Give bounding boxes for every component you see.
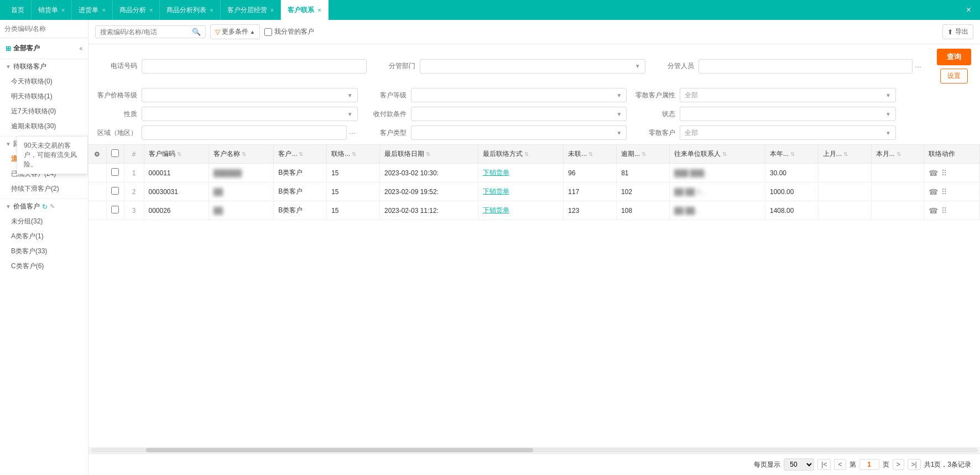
- tab-customer-tier[interactable]: 客户分层经营 ×: [221, 0, 281, 20]
- filter-retail-attr-select[interactable]: 全部 ▼: [680, 88, 896, 102]
- col-this-year[interactable]: 本年... ⇅: [765, 145, 818, 164]
- filter-price-grade-select[interactable]: ▼: [142, 88, 358, 102]
- prev-page-button[interactable]: <: [834, 459, 846, 470]
- close-icon[interactable]: ×: [317, 7, 321, 13]
- row-checkbox[interactable]: [111, 206, 119, 213]
- setting-button[interactable]: 设置: [940, 69, 968, 83]
- scrollbar-track[interactable]: [91, 448, 978, 452]
- sidebar-search-bar[interactable]: 🔍: [0, 20, 88, 38]
- row-checkbox[interactable]: [111, 187, 119, 195]
- filter-dept-select[interactable]: ▼: [420, 59, 645, 74]
- col-gear[interactable]: ⚙: [88, 145, 106, 164]
- first-page-button[interactable]: |<: [817, 459, 831, 470]
- sidebar-section-pending[interactable]: ▼ 待联络客户: [0, 59, 88, 74]
- close-icon[interactable]: ×: [270, 7, 274, 13]
- sidebar-item-7day-contact[interactable]: 近7天待联络(0): [0, 104, 88, 119]
- sidebar-item-ungrouped[interactable]: 未分组(32): [0, 214, 88, 229]
- close-icon[interactable]: ×: [210, 7, 213, 13]
- col-last-contact-method[interactable]: 最后联络方式 ⇅: [478, 145, 564, 164]
- query-button[interactable]: 查询: [937, 49, 971, 65]
- more-action-icon[interactable]: ⠿: [941, 206, 947, 215]
- filter-customer-grade: 客户等级 ▼: [367, 88, 636, 102]
- tab-product-analysis[interactable]: 商品分析 ×: [113, 0, 160, 20]
- col-last-month[interactable]: 上月... ⇅: [818, 145, 871, 164]
- row-last-contact-method[interactable]: 下销货单: [478, 201, 564, 220]
- gear-icon[interactable]: ⚙: [94, 150, 100, 158]
- search-icon[interactable]: 🔍: [87, 24, 88, 33]
- sidebar-item-today-contact[interactable]: 今天待联络(0): [0, 74, 88, 89]
- more-action-icon[interactable]: ⠿: [941, 187, 947, 196]
- close-icon[interactable]: ×: [149, 7, 153, 13]
- row-name: ██████: [208, 164, 273, 182]
- filter-region-input[interactable]: [142, 126, 347, 140]
- tab-product-list[interactable]: 商品分析列表 ×: [160, 0, 220, 20]
- sidebar-item-class-b[interactable]: B类客户(33): [0, 244, 88, 259]
- contact-action-icon[interactable]: ☎: [929, 169, 938, 178]
- more-action-icon[interactable]: ⠿: [941, 169, 947, 178]
- my-customers-checkbox[interactable]: [264, 28, 272, 36]
- per-page-select[interactable]: 50 20 100: [784, 458, 814, 471]
- col-customer-name[interactable]: 客户名称 ⇅: [208, 145, 273, 164]
- next-page-button[interactable]: >: [893, 459, 904, 470]
- filter-price-grade: 客户价格等级 ▼: [97, 88, 367, 102]
- filter-nature-select[interactable]: ▼: [142, 107, 358, 121]
- close-icon[interactable]: ×: [102, 7, 105, 13]
- sidebar-item-tomorrow-contact[interactable]: 明天待联络(1): [0, 89, 88, 104]
- filter-customer-type-select[interactable]: ▼: [411, 126, 627, 140]
- refresh-icon[interactable]: ↻: [42, 203, 48, 211]
- search-icon[interactable]: 🔍: [192, 28, 201, 36]
- contact-action-icon[interactable]: ☎: [929, 187, 938, 196]
- filter-retail-customer-select[interactable]: 全部 ▼: [680, 126, 896, 140]
- contact-action-icon[interactable]: ☎: [929, 206, 938, 215]
- filter-payment-select[interactable]: ▼: [411, 107, 627, 121]
- col-uncontacted[interactable]: 未联... ⇅: [564, 145, 617, 164]
- col-overdue[interactable]: 逾期... ⇅: [617, 145, 670, 164]
- row-index: 3: [124, 201, 144, 220]
- row-last-contact-method[interactable]: 下销货单: [478, 164, 564, 182]
- sidebar-section-value[interactable]: ▼ 价值客户 ↻ ✎: [0, 199, 88, 214]
- filter-manager-select[interactable]: [698, 59, 913, 74]
- filter-nature: 性质 ▼: [97, 107, 367, 121]
- filter-row-2: 客户价格等级 ▼ 客户等级 ▼ 零散客户属性 全部: [97, 88, 971, 102]
- sidebar-all-customers[interactable]: ⊞ 全部客户 «: [0, 40, 88, 56]
- more-conditions-button[interactable]: ▽ 更多条件 ▲: [210, 24, 260, 39]
- horizontal-scrollbar[interactable]: [88, 447, 980, 453]
- collapse-icon[interactable]: «: [79, 45, 82, 51]
- tab-home[interactable]: 首页: [4, 0, 32, 20]
- row-overdue: 81: [617, 164, 670, 182]
- filter-more-icon[interactable]: ···: [347, 128, 358, 137]
- my-customers-checkbox-label[interactable]: 我分管的客户: [264, 27, 314, 36]
- sidebar-item-declining[interactable]: 持续下滑客户(2): [0, 181, 88, 196]
- export-button[interactable]: ⬆ 导出: [942, 24, 973, 39]
- select-all-checkbox[interactable]: [111, 149, 119, 157]
- close-icon[interactable]: ×: [61, 7, 65, 13]
- filter-status-select[interactable]: ▼: [680, 107, 896, 121]
- page-number-input[interactable]: 1: [859, 459, 879, 470]
- sidebar-item-class-c[interactable]: C类客户(6): [0, 259, 88, 274]
- last-page-button[interactable]: >|: [908, 459, 921, 470]
- row-last-contact-method[interactable]: 下销货单: [478, 182, 564, 201]
- search-input[interactable]: [100, 28, 192, 36]
- tab-sales[interactable]: 销货单 ×: [32, 0, 72, 20]
- col-last-contact-date[interactable]: 最后联络日期 ⇅: [379, 145, 478, 164]
- filter-customer-grade-select[interactable]: ▼: [411, 88, 627, 102]
- sort-icon: ⇅: [242, 151, 246, 157]
- tab-purchase[interactable]: 进货单 ×: [72, 0, 112, 20]
- col-this-month[interactable]: 本月... ⇅: [871, 145, 924, 164]
- toolbar-search[interactable]: 🔍: [95, 25, 206, 38]
- sidebar-search-input[interactable]: [4, 25, 87, 33]
- edit-icon[interactable]: ✎: [50, 203, 55, 210]
- row-checkbox[interactable]: [111, 168, 119, 176]
- tab-customer-contact[interactable]: 客户联系 ×: [281, 0, 328, 20]
- col-customer-code[interactable]: 客户编码 ⇅: [144, 145, 208, 164]
- col-customer-type[interactable]: 客户... ⇅: [274, 145, 327, 164]
- filter-more-icon[interactable]: ···: [913, 62, 924, 71]
- scrollbar-thumb[interactable]: [146, 448, 533, 452]
- window-close-button[interactable]: ×: [962, 5, 976, 15]
- sidebar-item-overdue-contact[interactable]: 逾期未联络(30): [0, 119, 88, 134]
- sidebar-item-class-a[interactable]: A类客户(1): [0, 229, 88, 244]
- col-contact2[interactable]: 往来单位联系人 ⇅: [669, 145, 765, 164]
- filter-phone-input[interactable]: [142, 59, 367, 74]
- row-checkbox-cell: [106, 182, 124, 201]
- col-contact-count[interactable]: 联络... ⇅: [327, 145, 380, 164]
